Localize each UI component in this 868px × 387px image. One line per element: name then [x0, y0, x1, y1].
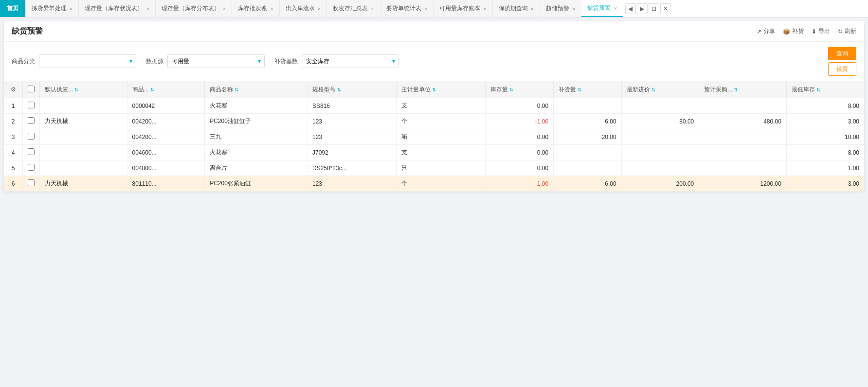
- cell-supplier-4: [40, 160, 127, 176]
- tab-exception-close[interactable]: ×: [70, 6, 72, 12]
- tab-stock-dist-close[interactable]: ×: [223, 6, 226, 12]
- th-code-sort[interactable]: 商品... ⇅: [132, 86, 200, 94]
- th-supplier-sort[interactable]: 默认供应... ⇅: [45, 86, 122, 94]
- th-code: 商品... ⇅: [127, 81, 205, 98]
- tab-in-out-flow-close[interactable]: ×: [318, 6, 321, 12]
- refresh-button[interactable]: ↻ 刷新: [838, 27, 856, 35]
- tab-available-ledger-label: 可用量库存账本: [439, 4, 480, 13]
- row-checkbox-4[interactable]: [28, 164, 35, 171]
- tab-expiry-query-close[interactable]: ×: [531, 6, 534, 12]
- cell-seq-1: 2: [4, 114, 23, 129]
- th-est-purchase-sort[interactable]: 预计采购... ⇅: [704, 86, 781, 94]
- th-replenish-sort[interactable]: 补货量 ⇅: [559, 86, 616, 94]
- datasource-select-wrapper: 可用量 库存量: [167, 54, 265, 68]
- gear-icon[interactable]: ⚙: [9, 85, 18, 94]
- tab-expiry-query[interactable]: 保质期查询 ×: [493, 0, 540, 17]
- datasource-select[interactable]: 可用量 库存量: [167, 54, 265, 68]
- tab-exception[interactable]: 拣货异常处理 ×: [26, 0, 79, 17]
- cell-spec-3: J7092: [307, 145, 396, 160]
- tab-receive-summary-close[interactable]: ×: [371, 6, 374, 12]
- th-latest-price-sort[interactable]: 最新进价 ⇅: [627, 86, 694, 94]
- th-est-purchase: 预计采购... ⇅: [699, 81, 787, 98]
- cell-replenish-4: [554, 160, 622, 176]
- tab-in-out-flow[interactable]: 出入库流水 ×: [280, 0, 327, 17]
- tab-shortage-warning-close[interactable]: ×: [614, 5, 616, 11]
- th-stock-sort[interactable]: 库存量 ⇅: [490, 86, 548, 94]
- category-filter-label: 商品分类: [12, 57, 35, 66]
- tab-overstock-warning-close[interactable]: ×: [572, 6, 575, 12]
- cell-est-purchase-2: [699, 129, 787, 145]
- tab-requisition-stats[interactable]: 要货单统计表 ×: [380, 0, 434, 17]
- cell-replenish-3: [554, 145, 622, 160]
- th-spec-sort[interactable]: 规格型号 ⇅: [312, 86, 391, 94]
- th-name-sort[interactable]: 商品名称 ⇅: [210, 86, 302, 94]
- th-unit-sort[interactable]: 主计量单位 ⇅: [401, 86, 481, 94]
- tab-stock-status-close[interactable]: ×: [146, 6, 149, 12]
- settings-button[interactable]: 设置: [828, 62, 856, 76]
- table-row[interactable]: 4 004600... 火花塞 J7092 支 0.00 8.00: [4, 145, 864, 160]
- cell-spec-4: DS250*23c...: [307, 160, 396, 176]
- filter-actions: 查询 设置: [828, 47, 856, 76]
- tab-restore-button[interactable]: ⊡: [649, 3, 659, 14]
- code-sort-icon: ⇅: [150, 87, 154, 92]
- tab-available-ledger[interactable]: 可用量库存账本 ×: [434, 0, 492, 17]
- tab-stock-batch-close[interactable]: ×: [270, 6, 273, 12]
- row-checkbox-3[interactable]: [28, 148, 35, 155]
- tab-shortage-warning[interactable]: 缺货预警 ×: [581, 0, 623, 17]
- table-row[interactable]: 5 004800... 离合片 DS250*23c... 只 0.00 1.00: [4, 160, 864, 176]
- tab-overstock-warning[interactable]: 超储预警 ×: [540, 0, 581, 17]
- cell-checkbox-0: [23, 98, 40, 114]
- replenish-base-select[interactable]: 安全库存 最低库存: [302, 54, 399, 68]
- table-row[interactable]: 6 力天机械 801110... PC200张紧油缸 123 个 -1.00 6…: [4, 176, 864, 192]
- tab-stock-dist-label: 现存量（库存分布表）: [162, 4, 220, 13]
- tab-exception-label: 拣货异常处理: [32, 4, 67, 13]
- th-replenish-label: 补货量: [559, 86, 576, 94]
- cell-supplier-2: [40, 129, 127, 145]
- cell-min-stock-2: 10.00: [786, 129, 864, 145]
- tab-requisition-stats-close[interactable]: ×: [424, 6, 427, 12]
- th-unit-label: 主计量单位: [401, 86, 431, 94]
- cell-spec-2: 123: [307, 129, 396, 145]
- th-supplier-label: 默认供应...: [45, 86, 73, 94]
- th-min-stock-sort[interactable]: 最低库存 ⇅: [792, 86, 859, 94]
- tab-receive-summary[interactable]: 收发存汇总表 ×: [327, 0, 380, 17]
- cell-unit-0: 支: [396, 98, 486, 114]
- tab-home[interactable]: 首页: [0, 0, 26, 17]
- table-container: ⚙ 默认供应... ⇅ 商品... ⇅: [4, 81, 864, 192]
- cell-code-0: 0000042: [127, 98, 205, 114]
- query-button[interactable]: 查询: [828, 47, 856, 60]
- row-checkbox-1[interactable]: [28, 117, 35, 124]
- cell-est-purchase-1: 480.00: [699, 114, 787, 129]
- table-row[interactable]: 2 力天机械 004200... PC200油缸缸子 123 个 -1.00 6…: [4, 114, 864, 129]
- th-min-stock: 最低库存 ⇅: [786, 81, 864, 98]
- export-button[interactable]: ⬇ 导出: [812, 27, 830, 35]
- cell-seq-3: 4: [4, 145, 23, 160]
- table-header-row: ⚙ 默认供应... ⇅ 商品... ⇅: [4, 81, 864, 98]
- replenish-button[interactable]: 📦 补货: [783, 27, 804, 35]
- table-row[interactable]: 3 004200... 三九 123 箱 0.00 20.00 10.00: [4, 129, 864, 145]
- tab-prev-button[interactable]: ◀: [625, 3, 636, 14]
- tab-stock-dist[interactable]: 现存量（库存分布表） ×: [156, 0, 232, 17]
- category-filter-group: 商品分类: [12, 54, 136, 68]
- category-select[interactable]: [39, 54, 136, 68]
- tab-available-ledger-close[interactable]: ×: [483, 6, 486, 12]
- stock-sort-icon: ⇅: [509, 87, 513, 92]
- tab-nav-buttons: ◀ ▶ ⊡ ✕: [623, 3, 673, 14]
- tab-stock-batch[interactable]: 库存批次账 ×: [232, 0, 279, 17]
- cell-supplier-0: [40, 98, 127, 114]
- cell-est-purchase-3: [699, 145, 787, 160]
- row-checkbox-5[interactable]: [28, 179, 35, 186]
- row-checkbox-0[interactable]: [28, 102, 35, 108]
- tab-stock-status[interactable]: 现存量（库存状况表） ×: [79, 0, 155, 17]
- tab-next-button[interactable]: ▶: [637, 3, 648, 14]
- cell-est-purchase-0: [699, 98, 787, 114]
- select-all-checkbox[interactable]: [28, 86, 35, 92]
- tab-close-button[interactable]: ✕: [660, 3, 671, 14]
- replenish-base-filter-label: 补货基数: [274, 57, 298, 66]
- row-checkbox-2[interactable]: [28, 133, 35, 140]
- page-container: 缺货预警 ↗ 分享 📦 补货 ⬇ 导出 ↻ 刷新 商品分类: [4, 21, 864, 192]
- cell-unit-3: 支: [396, 145, 486, 160]
- table-row[interactable]: 1 0000042 火花塞 SS816 支 0.00 8.00: [4, 98, 864, 114]
- share-button[interactable]: ↗ 分享: [757, 27, 775, 35]
- cell-spec-0: SS816: [307, 98, 396, 114]
